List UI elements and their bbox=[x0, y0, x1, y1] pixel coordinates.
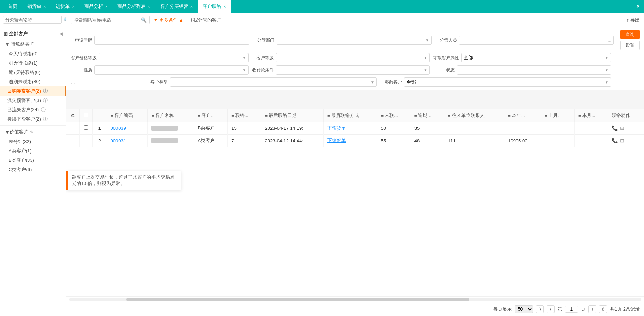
horizontal-scroll[interactable] bbox=[66, 296, 644, 302]
payment-input[interactable]: ▼ bbox=[276, 65, 430, 75]
nav-product-analysis[interactable]: 商品分析 × bbox=[79, 0, 112, 13]
nav-purchase[interactable]: 进货单 × bbox=[51, 0, 79, 13]
filter-search-box[interactable]: 🔍 bbox=[71, 16, 150, 24]
nav-customer-contact[interactable]: 客户联络 × bbox=[198, 0, 231, 13]
row1-code[interactable]: 000039 bbox=[107, 122, 148, 135]
last-page-btn[interactable]: ⟩⟩ bbox=[599, 305, 607, 313]
sidebar-item-churn-warning[interactable]: 流失预警客户(3) ⓘ bbox=[0, 96, 66, 105]
row2-method-link[interactable]: 下销货单 bbox=[327, 138, 346, 143]
gender-input[interactable]: ▼ bbox=[94, 65, 249, 75]
filter-search-icon[interactable]: 🔍 bbox=[141, 17, 147, 23]
filter-payment: 收付款条件 ▼ bbox=[252, 65, 430, 75]
row2-checkbox[interactable] bbox=[79, 135, 92, 147]
sidebar-value-customers[interactable]: ▼ 价值客户 ✎ bbox=[0, 127, 66, 137]
nav-sales-close[interactable]: × bbox=[43, 4, 46, 9]
nav-product-analysis-label: 商品分析 bbox=[84, 3, 103, 10]
row1-settings bbox=[66, 122, 79, 135]
status-input[interactable]: ▼ bbox=[457, 65, 611, 75]
price-level-input[interactable]: ▼ bbox=[99, 53, 249, 62]
scroll-track[interactable] bbox=[69, 298, 641, 301]
row1-last-method[interactable]: 下销货单 bbox=[324, 122, 377, 135]
table-container: ⚙ ≡客户编码 ≡客户名称 ≡客户... bbox=[66, 109, 644, 296]
customer-level-label: 客户等级 bbox=[252, 55, 274, 61]
nav-close-all-btn[interactable]: × bbox=[636, 3, 640, 10]
select-all-checkbox[interactable] bbox=[84, 113, 88, 117]
phone-input[interactable] bbox=[94, 36, 249, 45]
row2-last-method[interactable]: 下销货单 bbox=[324, 135, 377, 147]
scroll-thumb[interactable] bbox=[126, 298, 469, 301]
sort-icon: ≡ bbox=[111, 113, 113, 118]
nav-purchase-close[interactable]: × bbox=[72, 4, 74, 9]
row2-code[interactable]: 000031 bbox=[107, 135, 148, 147]
retail-attr-input[interactable]: 全部 ▼ bbox=[461, 53, 611, 62]
sidebar-collapse-btn[interactable]: ◀ bbox=[60, 32, 62, 36]
nav-customer-tier[interactable]: 客户分层经营 × bbox=[155, 0, 198, 13]
sidebar-item-b-class[interactable]: B类客户(33) bbox=[0, 156, 66, 165]
phone-label: 电话号码 bbox=[71, 37, 92, 43]
export-icon: ↑ bbox=[627, 17, 629, 23]
row1-call-icon[interactable]: 📞 bbox=[612, 125, 618, 131]
customer-type-input[interactable]: ▼ bbox=[170, 77, 377, 87]
sidebar-item-ungrouped[interactable]: 未分组(32) bbox=[0, 137, 66, 146]
sidebar-content: ⊞ 全部客户 ◀ ▼ 待联络客户 今天待联络(0) 明天待联络(1) 近7天待联… bbox=[0, 27, 66, 316]
next-page-btn[interactable]: ⟩ bbox=[588, 305, 596, 313]
customer-level-input[interactable]: ▼ bbox=[276, 53, 430, 62]
main-layout: 🔍 ⊞ 全部客户 ◀ ▼ 待联络客户 今天待联络(0) 明天待联络(1) 近7天… bbox=[0, 13, 644, 316]
sidebar-item-a-class[interactable]: A类客户(1) bbox=[0, 146, 66, 156]
row1-more-icon[interactable]: ⊞ bbox=[620, 125, 624, 131]
sidebar-group-waiting[interactable]: ▼ 待联络客户 bbox=[0, 39, 66, 49]
row2-type: A类客户 bbox=[194, 135, 228, 147]
row1-unit-contact bbox=[444, 122, 504, 135]
page-label: 第 bbox=[557, 306, 562, 312]
sidebar-search-icon[interactable]: 🔍 bbox=[63, 17, 66, 23]
sidebar-item-declining[interactable]: 持续下滑客户(2) ⓘ bbox=[0, 114, 66, 124]
my-customers-filter[interactable]: 我分管的客户 bbox=[187, 17, 221, 23]
sidebar-item-repurchase-anomaly[interactable]: 回购异常客户(2) ⓘ bbox=[0, 86, 66, 96]
payment-arrow: ▼ bbox=[423, 68, 427, 72]
sidebar-item-overdue[interactable]: 逾期未联络(30) bbox=[0, 77, 66, 86]
sidebar-item-7days[interactable]: 近7天待联络(0) bbox=[0, 68, 66, 77]
total-pages-label: 页 bbox=[581, 306, 585, 312]
sidebar-item-churned[interactable]: 已流失客户(24) ⓘ bbox=[0, 105, 66, 114]
first-page-btn[interactable]: ⟨⟨ bbox=[536, 305, 544, 313]
dept-input[interactable]: ▼ bbox=[277, 36, 431, 45]
row1-checkbox[interactable] bbox=[79, 122, 92, 135]
sidebar-item-tomorrow[interactable]: 明天待联络(1) bbox=[0, 58, 66, 68]
query-button[interactable]: 查询 bbox=[620, 30, 640, 39]
settings-button[interactable]: 设置 bbox=[620, 41, 640, 50]
row2-not-contacted: 55 bbox=[377, 135, 411, 147]
manager-input[interactable]: … bbox=[459, 36, 614, 45]
row1-method-link[interactable]: 下销货单 bbox=[327, 125, 346, 131]
settings-icon[interactable]: ⚙ bbox=[71, 113, 75, 118]
filter-more-conditions[interactable]: ▼ 更多条件 ▲ bbox=[153, 17, 184, 23]
nav-product-list[interactable]: 商品分析列表 × bbox=[112, 0, 155, 13]
prev-page-btn[interactable]: ⟨ bbox=[547, 305, 555, 313]
col-settings-header[interactable]: ⚙ bbox=[66, 109, 79, 122]
row2-check[interactable] bbox=[84, 138, 88, 142]
nav-customer-contact-close[interactable]: × bbox=[223, 4, 226, 9]
advanced-filter: 电话号码 分管部门 ▼ 分管人员 … 查询 设置 bbox=[66, 27, 644, 90]
my-customers-checkbox[interactable] bbox=[187, 18, 192, 22]
filter-search-input[interactable] bbox=[74, 18, 141, 23]
sidebar-all-customers[interactable]: ⊞ 全部客户 ◀ bbox=[0, 28, 66, 39]
current-page-input[interactable] bbox=[565, 306, 578, 313]
col-checkbox-header[interactable] bbox=[79, 109, 92, 122]
row2-more-icon[interactable]: ⊞ bbox=[620, 138, 624, 143]
retail-customer-val: 全部 bbox=[407, 79, 416, 85]
nav-customer-tier-close[interactable]: × bbox=[190, 4, 193, 9]
nav-product-list-close[interactable]: × bbox=[148, 4, 150, 9]
nav-home[interactable]: 首页 bbox=[3, 0, 22, 13]
nav-sales[interactable]: 销货单 × bbox=[22, 0, 51, 13]
sidebar-search-input[interactable] bbox=[3, 16, 62, 24]
per-page-select[interactable]: 50 100 200 bbox=[515, 305, 533, 313]
row2-call-icon[interactable]: 📞 bbox=[612, 138, 618, 143]
retail-customer-input[interactable]: 全部 ▼ bbox=[404, 77, 611, 87]
nav-product-analysis-close[interactable]: × bbox=[105, 4, 107, 9]
dots-label[interactable]: ... bbox=[71, 79, 75, 85]
row2-overdue: 48 bbox=[411, 135, 444, 147]
sidebar-item-today[interactable]: 今天待联络(0) bbox=[0, 49, 66, 58]
row1-check[interactable] bbox=[84, 125, 88, 130]
edit-icon[interactable]: ✎ bbox=[30, 129, 34, 135]
sidebar-item-c-class[interactable]: C类客户(6) bbox=[0, 165, 66, 174]
export-button[interactable]: ↑ 导出 bbox=[627, 17, 640, 23]
